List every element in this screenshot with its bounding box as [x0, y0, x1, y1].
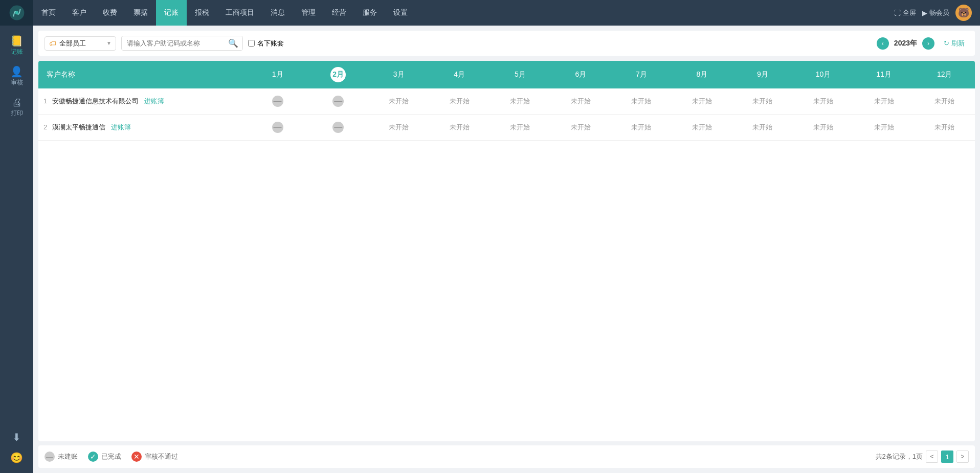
row2-oct: 未开始	[793, 115, 854, 141]
top-nav: 首页客户收费票据记账报税工商项目消息管理经营服务设置 ⛶ 全屏 ▶ 畅会员 🐻	[0, 0, 980, 26]
sidebar-item-account[interactable]: 📒 记账	[0, 31, 33, 61]
sidebar: 📒 记账 👤 审核 🖨 打印 ⬇ 😊	[0, 26, 33, 473]
col-header-sep: 9月	[732, 61, 793, 88]
row1-mar-status: 未开始	[389, 97, 409, 105]
refresh-button[interactable]: ↻ 刷新	[940, 37, 969, 50]
col-header-mar: 3月	[368, 61, 429, 88]
nav-item-settings[interactable]: 设置	[385, 0, 416, 26]
total-label: 共2条记录，1页	[876, 452, 923, 461]
row2-apr: 未开始	[429, 115, 490, 141]
row1-apr: 未开始	[429, 88, 490, 115]
col-header-jan: 1月	[247, 61, 308, 88]
page-current: 1	[941, 451, 953, 463]
row2-dec-status: 未开始	[934, 123, 954, 131]
row1-apr-status: 未开始	[450, 97, 470, 105]
row1-jun: 未开始	[550, 88, 611, 115]
nav-item-tax[interactable]: 报税	[187, 0, 217, 26]
row2-may: 未开始	[490, 115, 551, 141]
row1-nov: 未开始	[854, 88, 915, 115]
row1-feb-status: —	[332, 96, 344, 107]
fullscreen-icon: ⛶	[894, 9, 901, 17]
col-header-apr: 4月	[429, 61, 490, 88]
page-prev-button[interactable]: <	[926, 451, 938, 463]
legend-gray-dot: —	[44, 452, 55, 462]
legend-red-dot: ✕	[131, 452, 142, 462]
row2-nov: 未开始	[854, 115, 915, 141]
year-prev-button[interactable]: ‹	[877, 37, 889, 50]
vip-button[interactable]: ▶ 畅会员	[922, 8, 949, 17]
sidebar-item-support[interactable]: 😊	[0, 447, 33, 468]
row2-sep-status: 未开始	[752, 123, 772, 131]
row2-name-cell: 2 漠澜太平畅捷通信 进账簿	[38, 115, 247, 141]
row1-sep-status: 未开始	[752, 97, 772, 105]
row1-jan-status: —	[272, 96, 283, 107]
row1-aug-status: 未开始	[692, 97, 712, 105]
review-icon: 👤	[10, 66, 23, 77]
row1-name-cell: 1 安徽畅捷通信息技术有限公司 进账簿	[38, 88, 247, 115]
table-row: 2 漠澜太平畅捷通信 进账簿 — — 未开始 未开始 未开始 未开始 未开始 未…	[38, 115, 975, 141]
row2-jun: 未开始	[550, 115, 611, 141]
main-layout: 📒 记账 👤 审核 🖨 打印 ⬇ 😊 🏷 全部员工 ▼	[0, 26, 980, 473]
download-icon: ⬇	[12, 432, 21, 442]
legend-teal-label: 已完成	[101, 452, 121, 461]
print-icon: 🖨	[12, 97, 22, 107]
refresh-label: 刷新	[951, 39, 965, 48]
pagination: 共2条记录，1页 < 1 >	[876, 451, 969, 463]
col-header-feb: 2月	[308, 61, 369, 88]
search-button[interactable]: 🔍	[224, 36, 242, 50]
nav-item-business[interactable]: 工商项目	[217, 0, 262, 26]
nav-item-service[interactable]: 服务	[354, 0, 385, 26]
row2-dec: 未开始	[914, 115, 975, 141]
row1-company: 安徽畅捷通信息技术有限公司	[52, 97, 139, 105]
year-next-button[interactable]: ›	[922, 37, 934, 50]
legend-red-label: 审核不通过	[145, 452, 178, 461]
sidebar-item-review[interactable]: 👤 审核	[0, 61, 33, 92]
table-body: 1 安徽畅捷通信息技术有限公司 进账簿 — — 未开始 未开始 未开始 未开始 …	[38, 88, 975, 141]
fullscreen-button[interactable]: ⛶ 全屏	[894, 8, 916, 17]
nav-item-invoice[interactable]: 票据	[125, 0, 156, 26]
col-header-dec: 12月	[914, 61, 975, 88]
sidebar-item-print[interactable]: 🖨 打印	[0, 92, 33, 123]
nav-item-billing[interactable]: 收费	[95, 0, 125, 26]
my-accounts-label: 名下账套	[257, 39, 284, 48]
col-header-nov: 11月	[854, 61, 915, 88]
row1-jan: —	[247, 88, 308, 115]
nav-item-account[interactable]: 记账	[156, 0, 187, 26]
col-header-may: 5月	[490, 61, 551, 88]
support-icon: 😊	[10, 453, 23, 463]
row2-mar-status: 未开始	[389, 123, 409, 131]
row2-nov-status: 未开始	[874, 123, 894, 131]
row1-jul: 未开始	[611, 88, 672, 115]
sidebar-item-download[interactable]: ⬇	[0, 427, 33, 447]
row1-feb: —	[308, 88, 369, 115]
account-icon: 📒	[10, 36, 23, 46]
nav-item-message[interactable]: 消息	[262, 0, 293, 26]
row2-apr-status: 未开始	[450, 123, 470, 131]
sidebar-item-account-label: 记账	[11, 48, 23, 56]
avatar[interactable]: 🐻	[955, 5, 972, 21]
row2-link[interactable]: 进账簿	[111, 123, 131, 131]
row2-jan-status: —	[272, 122, 283, 133]
nav-item-manage[interactable]: 管理	[293, 0, 324, 26]
nav-item-operation[interactable]: 经营	[324, 0, 354, 26]
my-accounts-checkbox[interactable]	[248, 40, 255, 47]
row1-oct-status: 未开始	[813, 97, 833, 105]
employee-select[interactable]: 🏷 全部员工 ▼	[44, 36, 116, 51]
row2-jul-status: 未开始	[631, 123, 651, 131]
row2-mar: 未开始	[368, 115, 429, 141]
row2-index: 2	[43, 123, 47, 131]
row2-sep: 未开始	[732, 115, 793, 141]
sidebar-item-review-label: 审核	[11, 78, 23, 87]
row1-dec-status: 未开始	[934, 97, 954, 105]
row1-link[interactable]: 进账簿	[144, 97, 164, 105]
search-input[interactable]	[122, 37, 224, 49]
footer: — 未建账 ✓ 已完成 ✕ 审核不通过 共2条记录，1页 < 1 >	[38, 445, 975, 468]
row2-oct-status: 未开始	[813, 123, 833, 131]
row2-aug: 未开始	[672, 115, 732, 141]
my-accounts-checkbox-wrap[interactable]: 名下账套	[248, 39, 284, 48]
row2-feb: —	[308, 115, 369, 141]
nav-item-home[interactable]: 首页	[33, 0, 64, 26]
nav-item-client[interactable]: 客户	[64, 0, 95, 26]
year-label: 2023年	[894, 39, 917, 48]
page-next-button[interactable]: >	[956, 451, 969, 463]
